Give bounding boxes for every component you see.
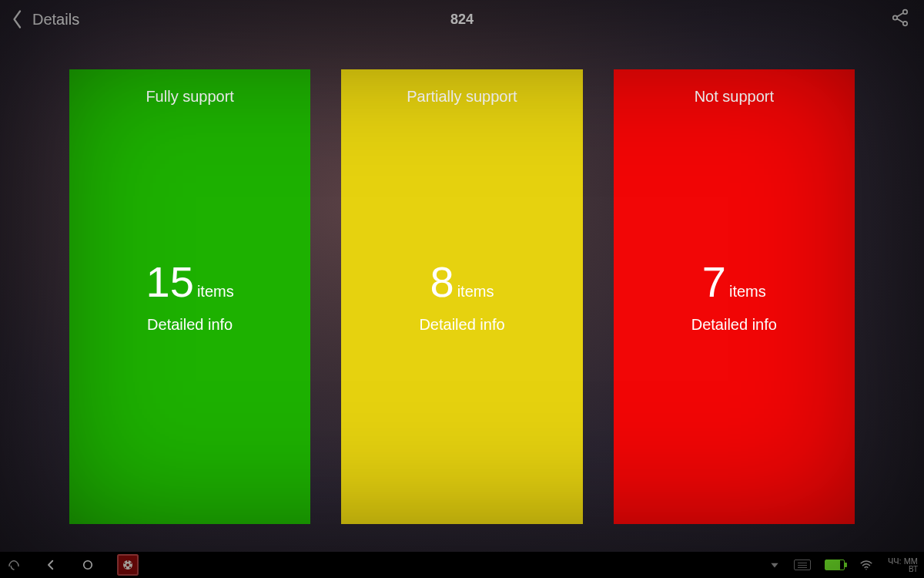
svg-point-8 (127, 560, 129, 562)
svg-line-3 (897, 13, 903, 17)
svg-point-1 (903, 10, 907, 14)
svg-marker-13 (771, 563, 778, 568)
card-body: 15 items Detailed info (69, 260, 310, 334)
card-title: Not support (695, 88, 774, 106)
cards-container: Fully support 15 items Detailed info Par… (69, 69, 855, 524)
svg-point-11 (125, 566, 126, 568)
nav-back-button[interactable] (43, 557, 59, 573)
system-navbar: ЧЧ: ММ ВТ (0, 552, 924, 578)
svg-point-14 (865, 569, 867, 570)
nav-home-button[interactable] (80, 557, 95, 573)
share-button[interactable] (890, 8, 910, 28)
header-score: 824 (450, 12, 474, 28)
card-count: 7 (702, 260, 726, 304)
clock-day: ВТ (888, 566, 918, 573)
svg-point-10 (129, 566, 131, 568)
clock: ЧЧ: ММ ВТ (888, 557, 918, 573)
card-items-label: items (197, 283, 234, 301)
chevron-left-icon (11, 8, 25, 30)
card-title: Fully support (146, 88, 234, 106)
battery-icon (825, 560, 845, 570)
card-count: 15 (146, 260, 194, 304)
card-detail-link[interactable]: Detailed info (614, 316, 855, 334)
card-title: Partially support (407, 88, 517, 106)
page-title: Details (32, 11, 79, 29)
card-items-label: items (457, 283, 494, 301)
home-launcher-icon[interactable] (6, 557, 22, 573)
svg-point-7 (126, 563, 129, 566)
svg-line-4 (897, 18, 903, 22)
svg-point-12 (124, 563, 126, 564)
wifi-icon[interactable] (859, 557, 874, 573)
svg-point-0 (893, 15, 897, 19)
card-detail-link[interactable]: Detailed info (341, 316, 582, 334)
recent-app-thumbnail[interactable] (117, 554, 139, 576)
back-button[interactable]: Details (11, 8, 79, 30)
card-items-label: items (729, 283, 766, 301)
card-not-support[interactable]: Not support 7 items Detailed info (614, 69, 855, 524)
card-count: 8 (430, 260, 454, 304)
svg-point-5 (84, 561, 92, 570)
card-body: 8 items Detailed info (341, 260, 582, 334)
svg-point-9 (130, 563, 132, 564)
card-partially-support[interactable]: Partially support 8 items Detailed info (341, 69, 582, 524)
dropdown-indicator-icon[interactable] (769, 560, 780, 570)
top-bar: Details 824 (0, 0, 924, 39)
clock-time: ЧЧ: ММ (888, 557, 918, 566)
card-body: 7 items Detailed info (614, 260, 855, 334)
card-detail-link[interactable]: Detailed info (69, 316, 310, 334)
keyboard-icon[interactable] (794, 560, 811, 570)
card-fully-support[interactable]: Fully support 15 items Detailed info (69, 69, 310, 524)
svg-point-2 (903, 22, 907, 25)
